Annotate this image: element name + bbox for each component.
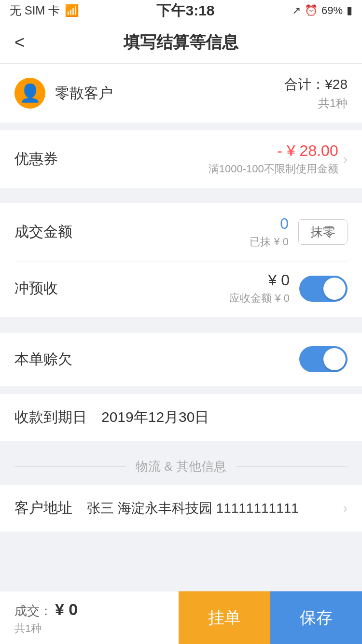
prepayment-toggle[interactable] [299,276,348,302]
due-date-row: 收款到期日 2019年12月30日 [0,394,362,441]
prepayment-amount: ¥ 0 [229,271,290,289]
bottom-deal-amount: ¥ 0 [55,600,78,619]
back-button[interactable]: < [14,32,25,53]
bottom-count: 共1种 [14,621,164,636]
debit-toggle[interactable] [299,346,348,372]
separator-1 [0,196,362,203]
location-icon: ↗ [292,4,301,17]
content: 👤 零散客户 合计：¥28 共1种 优惠券 - ¥ 28.00 满1000-10… [0,64,362,589]
customer-name: 零散客户 [55,84,113,103]
hold-button[interactable]: 挂单 [179,591,270,644]
deal-amount-label: 成交金额 [14,222,72,242]
save-button[interactable]: 保存 [270,591,362,644]
deal-amount-value: 0 [250,215,289,233]
chevron-right-icon: › [343,152,348,167]
carrier-text: 无 SIM 卡 [10,3,60,18]
status-bar: 无 SIM 卡 📶 下午3:18 ↗ ⏰ 69% ▮ [0,0,362,21]
total-count: 共1种 [284,96,348,111]
coupon-label: 优惠券 [14,149,58,169]
prepayment-section: 冲预收 ¥ 0 应收金额 ¥ 0 [0,261,362,317]
deal-amount-row: 成交金额 0 已抹 ¥ 0 抹零 [0,203,362,261]
total-amount: 合计：¥28 [284,75,348,94]
debit-label: 本单赊欠 [14,350,72,369]
address-value: 张三 海淀永丰科技园 11111111111 [87,499,343,518]
address-section[interactable]: 客户地址 张三 海淀永丰科技园 11111111111 › [0,485,362,532]
deal-amount-wrap: 0 已抹 ¥ 0 [250,215,289,249]
alarm-icon: ⏰ [305,4,318,17]
deal-amount-right: 0 已抹 ¥ 0 抹零 [250,215,348,249]
status-right: ↗ ⏰ 69% ▮ [292,4,352,17]
battery-text: 69% [321,4,343,17]
due-date-section: 收款到期日 2019年12月30日 [0,394,362,441]
bottom-bar: 成交： ¥ 0 共1种 挂单 保存 [0,591,362,644]
coupon-right: - ¥ 28.00 满1000-100不限制使用金额 [209,142,338,176]
address-chevron-icon: › [343,501,348,516]
customer-right: 合计：¥28 共1种 [284,75,348,111]
coupon-desc: 满1000-100不限制使用金额 [209,162,338,176]
status-time: 下午3:18 [156,1,214,21]
coupon-section[interactable]: 优惠券 - ¥ 28.00 满1000-100不限制使用金额 › [0,130,362,188]
avatar-icon: 👤 [19,83,41,103]
wifi-icon: 📶 [65,4,79,17]
round-off-button[interactable]: 抹零 [298,219,348,245]
prepayment-right: ¥ 0 应收金额 ¥ 0 [229,271,348,306]
battery-icon: ▮ [347,4,352,17]
coupon-discount: - ¥ 28.00 [209,142,338,160]
avatar: 👤 [14,78,45,109]
address-label: 客户地址 [14,498,72,518]
prepayment-amount-wrap: ¥ 0 应收金额 ¥ 0 [229,271,290,306]
logistics-separator: 物流 & 其他信息 [0,448,362,485]
due-date-value: 2019年12月30日 [101,407,209,427]
nav-bar: < 填写结算等信息 [0,21,362,64]
sep-line-right [236,466,348,467]
debit-section: 本单赊欠 [0,333,362,386]
prepayment-sub: 应收金额 ¥ 0 [229,291,290,306]
separator-2 [0,325,362,333]
page-title: 填写结算等信息 [124,31,238,54]
prepayment-label: 冲预收 [14,279,58,298]
bottom-deal-label: 成交： [14,602,52,619]
deal-amount-sub: 已抹 ¥ 0 [250,235,289,249]
customer-section: 👤 零散客户 合计：¥28 共1种 [0,64,362,123]
customer-left: 👤 零散客户 [14,78,113,109]
sep-line-left [14,466,126,467]
status-left: 无 SIM 卡 📶 [10,3,79,18]
deal-amount-section: 成交金额 0 已抹 ¥ 0 抹零 冲预收 ¥ 0 应收金额 ¥ 0 [0,203,362,317]
logistics-title: 物流 & 其他信息 [136,458,226,475]
bottom-info: 成交： ¥ 0 共1种 [0,600,179,636]
due-date-label: 收款到期日 [14,407,87,427]
